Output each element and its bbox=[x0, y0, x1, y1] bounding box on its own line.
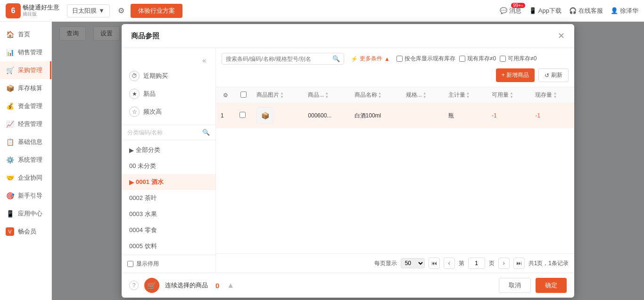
category-search-input[interactable] bbox=[127, 129, 200, 136]
th-available[interactable]: 可用量▲▼ bbox=[487, 87, 530, 103]
settings-icon[interactable]: ⚙ bbox=[114, 3, 129, 18]
prev-page-button[interactable]: ‹ bbox=[444, 258, 455, 269]
th-unit[interactable]: 主计量▲▼ bbox=[444, 87, 487, 103]
page-number-input[interactable] bbox=[468, 258, 485, 269]
next-page-button[interactable]: › bbox=[498, 258, 510, 269]
more-filter-label: 更多条件 bbox=[360, 55, 382, 63]
sidebar-item-guide[interactable]: 🎯 新手引导 bbox=[0, 187, 51, 205]
quick-label-frequent: 频次高 bbox=[143, 108, 162, 116]
stock-not-zero-checkbox-label[interactable]: 现有库存≠0 bbox=[459, 55, 496, 63]
chevron-up-icon: ▲ bbox=[384, 56, 390, 62]
more-filter-button[interactable]: ⚡ 更多条件 ▲ bbox=[348, 53, 393, 65]
inventory-icon: 📦 bbox=[6, 84, 14, 92]
collapse-footer-icon[interactable]: ▲ bbox=[227, 281, 234, 290]
online-service-nav-item[interactable]: 🎧 在线客服 bbox=[569, 7, 603, 15]
product-search-input[interactable] bbox=[226, 56, 330, 62]
table-action-buttons: + 新增商品 ↺ 刷新 bbox=[496, 68, 569, 82]
sidebar-item-sales[interactable]: 📊 销售管理 bbox=[0, 43, 51, 61]
modal-header: 商品参照 ✕ bbox=[122, 24, 574, 48]
show-disabled-area: 显示停用 bbox=[122, 255, 215, 273]
show-disabled-label[interactable]: 显示停用 bbox=[136, 260, 159, 268]
sidebar-item-apps[interactable]: 📱 应用中心 bbox=[0, 205, 51, 223]
search-icon[interactable]: 🔍 bbox=[332, 55, 340, 62]
nav-dropdown[interactable]: 日太阳膜 ▼ bbox=[67, 4, 110, 17]
app-download-nav-item[interactable]: 📱 App下载 bbox=[529, 7, 561, 15]
sales-icon: 📊 bbox=[6, 48, 14, 57]
category-item-snack[interactable]: 0004 零食 bbox=[122, 222, 215, 238]
app-download-label: App下载 bbox=[538, 7, 561, 15]
new-icon: ★ bbox=[129, 89, 140, 99]
th-product-image: 商品图片▲▼ bbox=[252, 87, 303, 103]
sidebar-item-business[interactable]: 📈 经营管理 bbox=[0, 115, 51, 133]
category-item-tea[interactable]: 0002 茶叶 bbox=[122, 190, 215, 206]
per-page-select[interactable]: 50 10 20 100 bbox=[401, 258, 425, 268]
add-product-button[interactable]: + 新增商品 bbox=[496, 68, 535, 82]
row-checkbox[interactable] bbox=[239, 112, 246, 118]
category-item-liquor[interactable]: ▶ 0001 酒水 bbox=[122, 174, 215, 190]
sidebar-item-home[interactable]: 🏠 首页 bbox=[0, 25, 51, 43]
sidebar-label-apps: 应用中心 bbox=[18, 209, 42, 218]
th-spec[interactable]: 规格...▲▼ bbox=[401, 87, 444, 103]
category-label-liquor: 0001 酒水 bbox=[136, 178, 164, 186]
collapse-left-button[interactable]: « bbox=[199, 54, 212, 67]
sidebar-item-enterprise[interactable]: 🤝 企业协同 bbox=[0, 169, 51, 187]
quick-item-recent[interactable]: ⏱ 近期购买 bbox=[122, 67, 215, 85]
user-name-label: 徐泽华 bbox=[620, 7, 638, 15]
user-nav-item[interactable]: 👤 徐泽华 bbox=[611, 7, 638, 15]
sidebar-label-inventory: 库存核算 bbox=[18, 84, 42, 92]
online-service-label: 在线客服 bbox=[578, 7, 603, 15]
experience-button[interactable]: 体验行业方案 bbox=[131, 4, 182, 18]
product-search-box: 🔍 bbox=[222, 53, 344, 65]
member-icon: V bbox=[6, 227, 14, 236]
table-row[interactable]: 1 📦 000600... 白酒100ml 瓶 bbox=[216, 103, 574, 128]
help-icon[interactable]: ? bbox=[129, 281, 139, 290]
confirm-button[interactable]: 确定 bbox=[536, 278, 567, 293]
category-item-all[interactable]: ▶ 全部分类 bbox=[122, 142, 215, 158]
category-item-beverage[interactable]: 0005 饮料 bbox=[122, 238, 215, 254]
apps-icon: 📱 bbox=[6, 209, 14, 218]
th-stock[interactable]: 现存量▲▼ bbox=[530, 87, 574, 103]
avatar: 👤 bbox=[611, 7, 618, 14]
first-page-button[interactable]: ⏮ bbox=[429, 258, 440, 269]
sidebar-item-member[interactable]: V 畅会员 bbox=[0, 223, 51, 241]
available-not-zero-checkbox-label[interactable]: 可用库存≠0 bbox=[500, 55, 537, 63]
cell-unit: 瓶 bbox=[444, 103, 487, 128]
by-warehouse-checkbox-label[interactable]: 按仓库显示现有库存 bbox=[396, 55, 455, 63]
sidebar-item-finance[interactable]: 💰 资金管理 bbox=[0, 97, 51, 115]
category-label-beverage: 0005 饮料 bbox=[129, 242, 157, 250]
category-item-uncategorized[interactable]: 00 未分类 bbox=[122, 158, 215, 174]
quick-item-frequent[interactable]: ☆ 频次高 bbox=[122, 103, 215, 121]
show-disabled-checkbox[interactable] bbox=[127, 261, 133, 267]
cancel-button[interactable]: 取消 bbox=[499, 278, 531, 293]
th-settings[interactable]: ⚙ bbox=[216, 87, 235, 103]
refresh-label: 刷新 bbox=[551, 71, 562, 79]
message-nav-item[interactable]: 💬 消息 99++ bbox=[500, 7, 521, 15]
cell-checkbox[interactable] bbox=[235, 103, 252, 128]
th-checkbox[interactable] bbox=[235, 87, 252, 103]
sidebar-item-inventory[interactable]: 📦 库存核算 bbox=[0, 79, 51, 97]
modal-close-button[interactable]: ✕ bbox=[558, 31, 565, 41]
modal-left-panel: « ⏱ 近期购买 ★ 新品 ☆ bbox=[122, 48, 216, 273]
sidebar-item-purchase[interactable]: 🛒 采购管理 bbox=[0, 61, 51, 79]
th-product-code[interactable]: 商品...▲▼ bbox=[303, 87, 349, 103]
last-page-button[interactable]: ⏭ bbox=[513, 258, 525, 269]
sidebar-item-system[interactable]: ⚙️ 系统管理 bbox=[0, 151, 51, 169]
edition-label: 插目版 bbox=[23, 11, 59, 17]
refresh-button[interactable]: ↺ 刷新 bbox=[538, 68, 569, 82]
category-item-fruit[interactable]: 0003 水果 bbox=[122, 206, 215, 222]
available-not-zero-checkbox[interactable] bbox=[500, 56, 506, 62]
sidebar-item-basic-info[interactable]: 📋 基础信息 bbox=[0, 133, 51, 151]
category-search-icon[interactable]: 🔍 bbox=[202, 129, 210, 136]
stock-not-zero-checkbox[interactable] bbox=[459, 56, 465, 62]
main-content: 查询 设置 商品参照 ✕ « bbox=[52, 22, 644, 300]
cell-available: -1 bbox=[487, 103, 530, 128]
modal-body: « ⏱ 近期购买 ★ 新品 ☆ bbox=[122, 48, 574, 273]
basic-info-icon: 📋 bbox=[6, 138, 14, 146]
quick-menu: « ⏱ 近期购买 ★ 新品 ☆ bbox=[122, 48, 215, 125]
select-all-checkbox[interactable] bbox=[240, 92, 247, 98]
by-warehouse-checkbox[interactable] bbox=[396, 56, 403, 62]
quick-item-new[interactable]: ★ 新品 bbox=[122, 85, 215, 103]
th-product-name[interactable]: 商品名称▲▼ bbox=[350, 87, 401, 103]
product-reference-modal: 商品参照 ✕ « ⏱ 近期购买 bbox=[122, 24, 574, 298]
guide-icon: 🎯 bbox=[6, 192, 14, 200]
